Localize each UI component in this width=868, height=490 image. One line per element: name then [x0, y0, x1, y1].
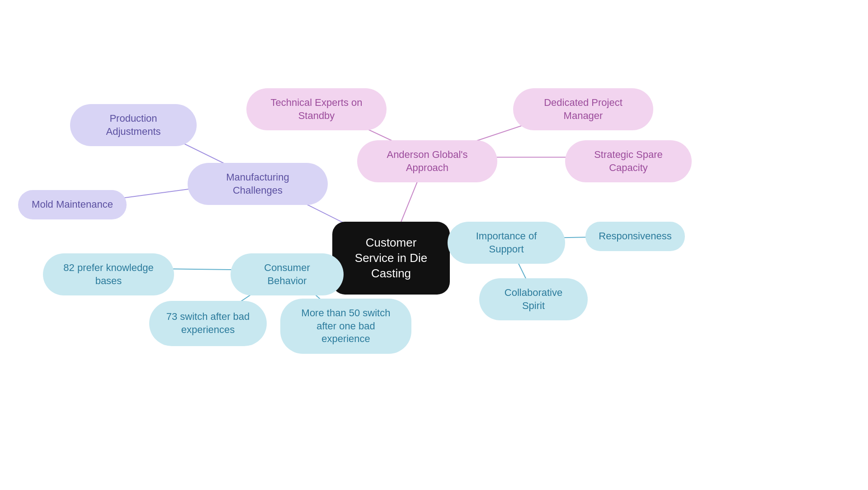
technical-experts-node: Technical Experts on Standby [246, 88, 387, 130]
strategic-spare-node: Strategic Spare Capacity [565, 140, 692, 182]
mold-maintenance-node: Mold Maintenance [18, 190, 127, 219]
consumer-behavior-node: Consumer Behavior [231, 253, 344, 295]
switch-one-bad-node: More than 50 switch after one bad experi… [280, 299, 411, 354]
manufacturing-challenges-node: Manufacturing Challenges [188, 163, 328, 205]
production-adjustments-node: Production Adjustments [70, 104, 197, 146]
knowledge-bases-node: 82 prefer knowledge bases [43, 253, 174, 295]
anderson-approach-node: Anderson Global's Approach [357, 140, 497, 182]
importance-support-node: Importance of Support [448, 222, 565, 264]
dedicated-project-node: Dedicated Project Manager [513, 88, 653, 130]
mind-map: Customer Service in Die CastingManufactu… [0, 0, 868, 490]
switch-bad-node: 73 switch after bad experiences [149, 301, 267, 346]
center-node: Customer Service in Die Casting [332, 222, 450, 295]
responsiveness-node: Responsiveness [585, 222, 685, 251]
collaborative-spirit-node: Collaborative Spirit [479, 278, 588, 320]
